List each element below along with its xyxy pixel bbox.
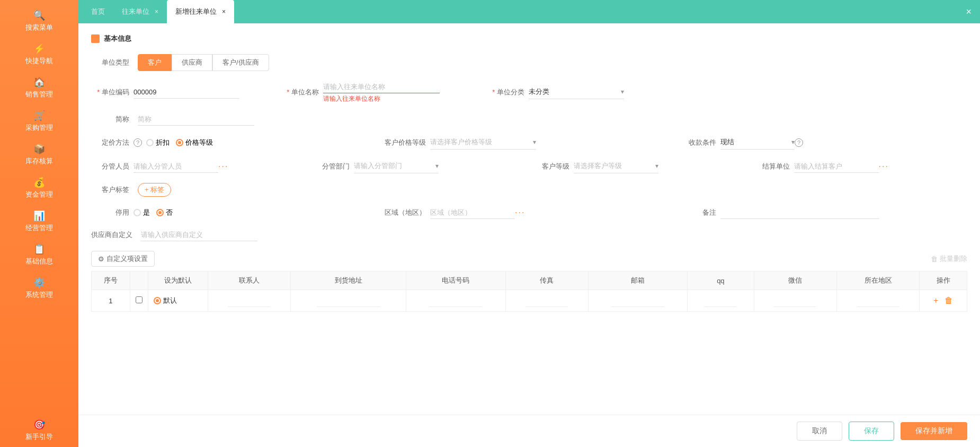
settlement-label: 结算单位	[752, 162, 794, 171]
sidebar-item-operations[interactable]: 📊 经营管理	[0, 205, 78, 238]
cancel-button[interactable]: 取消	[797, 422, 842, 441]
pricing-segment: 定价方法 ? 折扣 价格等级	[91, 138, 380, 147]
tab-bar-close-all[interactable]: ×	[961, 6, 976, 17]
address-input[interactable]	[317, 294, 380, 307]
main-area: 首页 往来单位 × 新增往来单位 × × 基本信息 单位类型 客户 供应商 客户…	[78, 0, 980, 447]
supplier-custom-input[interactable]	[141, 229, 257, 241]
unit-name-input[interactable]	[323, 81, 440, 93]
unit-type-supplier[interactable]: 供应商	[172, 54, 212, 71]
pricing-price-level[interactable]: 价格等级	[176, 138, 213, 147]
section-icon	[91, 34, 100, 43]
row-phone[interactable]	[406, 290, 505, 312]
unit-category-segment: 单位分类 未分类 ▾	[486, 85, 677, 99]
payment-select[interactable]: 现结 ▾	[720, 135, 795, 150]
sidebar-label-quick-nav: 快捷导航	[25, 56, 53, 66]
col-wechat: 微信	[754, 271, 836, 290]
unit-code-input[interactable]	[133, 86, 239, 99]
col-qq: qq	[688, 271, 754, 290]
tab-new-partner-close[interactable]: ×	[222, 8, 226, 15]
sidebar-item-purchase[interactable]: 🛒 采购管理	[0, 104, 78, 138]
tab-partners[interactable]: 往来单位 ×	[113, 0, 167, 23]
notes-input[interactable]	[720, 206, 879, 219]
tab-home[interactable]: 首页	[83, 0, 113, 23]
save-new-button[interactable]: 保存并新增	[901, 422, 967, 440]
unit-type-both[interactable]: 客户/供应商	[212, 54, 269, 71]
unit-category-select[interactable]: 未分类 ▾	[529, 85, 624, 99]
row-region[interactable]	[836, 290, 919, 312]
disabled-yes[interactable]: 是	[133, 208, 150, 217]
contact-input[interactable]	[228, 294, 270, 307]
tab-new-partner[interactable]: 新增往来单位 ×	[167, 0, 234, 23]
row-contact[interactable]	[208, 290, 290, 312]
fax-input[interactable]	[525, 294, 568, 307]
discount-radio[interactable]	[146, 139, 154, 146]
manager-segment: 分管人员 ···	[91, 160, 307, 173]
pricing-discount[interactable]: 折扣	[146, 138, 170, 147]
sidebar-item-sales[interactable]: 🏠 销售管理	[0, 71, 78, 104]
region-label: 区域（地区）	[385, 208, 430, 217]
email-input[interactable]	[611, 294, 664, 307]
row-email[interactable]	[588, 290, 687, 312]
row-qq[interactable]	[688, 290, 754, 312]
custom-settings-button[interactable]: ⚙ 自定义项设置	[91, 251, 155, 267]
sidebar-item-inventory[interactable]: 📦 库存核算	[0, 138, 78, 171]
price-level-radio[interactable]	[176, 139, 183, 146]
sidebar-item-guide[interactable]: 🎯 新手引导	[0, 414, 78, 447]
pricing-label: 定价方法	[91, 138, 133, 147]
unit-code-name-row: 单位编码 单位名称 请输入往来单位名称 单位分类 未分类 ▾	[91, 81, 967, 103]
pricing-row: 定价方法 ? 折扣 价格等级 客户价格等级 请选择客户价格等级	[91, 135, 967, 150]
supplier-custom-row: 供应商自定义	[91, 229, 967, 241]
manager-more[interactable]: ···	[218, 162, 228, 171]
payment-info-icon[interactable]: ?	[795, 138, 803, 147]
department-select[interactable]: 请输入分管部门 ▾	[354, 159, 439, 173]
settlement-more[interactable]: ···	[879, 162, 889, 171]
tag-label: 客户标签	[91, 185, 133, 195]
sidebar-item-finance[interactable]: 💰 资金管理	[0, 171, 78, 205]
wechat-input[interactable]	[774, 294, 816, 307]
tab-partners-label: 往来单位	[122, 7, 149, 16]
settlement-input[interactable]	[794, 160, 879, 173]
tab-partners-close[interactable]: ×	[155, 8, 158, 15]
region-more[interactable]: ···	[515, 208, 525, 217]
save-button[interactable]: 保存	[849, 422, 894, 441]
sidebar-item-search[interactable]: 🔍 搜索菜单	[0, 4, 78, 38]
tags-row: 客户标签 + 标签	[91, 183, 967, 197]
row-wechat[interactable]	[754, 290, 836, 312]
customer-level-select[interactable]: 请选择客户等级 ▾	[574, 159, 658, 173]
default-radio[interactable]	[154, 297, 161, 304]
disabled-row: 停用 是 否 区域（地区） ···	[91, 206, 967, 219]
sidebar-item-quick-nav[interactable]: ⚡ 快捷导航	[0, 38, 78, 71]
payment-arrow: ▾	[787, 138, 795, 146]
default-radio-item[interactable]: 默认	[154, 296, 202, 305]
tag-add-button[interactable]: + 标签	[138, 183, 171, 197]
contact-table: 序号 设为默认 联系人 到货地址 电话号码 传真 邮箱 qq 微信 所在地区 操…	[91, 271, 967, 312]
box-icon: 📦	[33, 143, 45, 155]
unit-type-customer[interactable]: 客户	[138, 54, 172, 71]
region-input[interactable]	[430, 206, 515, 219]
customer-price-label: 客户价格等级	[385, 138, 430, 147]
row-delete-button[interactable]: 🗑	[945, 296, 953, 305]
sidebar-item-basic-info[interactable]: 📋 基础信息	[0, 238, 78, 271]
content-area: 基本信息 单位类型 客户 供应商 客户/供应商 单位编码 单位名称	[78, 23, 980, 415]
yes-radio[interactable]	[133, 209, 141, 216]
row-add-button[interactable]: +	[933, 296, 938, 305]
region-input-table[interactable]	[857, 294, 899, 307]
pricing-info-icon[interactable]: ?	[133, 138, 142, 147]
sidebar-item-system[interactable]: ⚙️ 系统管理	[0, 271, 78, 305]
col-default: 设为默认	[148, 271, 208, 290]
manager-input[interactable]	[133, 160, 218, 173]
disabled-no[interactable]: 否	[156, 208, 173, 217]
customer-level-placeholder: 请选择客户等级	[574, 161, 622, 171]
phone-input[interactable]	[429, 294, 482, 307]
footer: 取消 保存 保存并新增	[78, 415, 980, 447]
row-fax[interactable]	[505, 290, 588, 312]
customer-price-select[interactable]: 请选择客户价格等级 ▾	[430, 135, 536, 150]
row-checkbox[interactable]	[136, 296, 142, 303]
short-name-input[interactable]	[138, 113, 254, 126]
sidebar-label-operations: 经营管理	[25, 223, 53, 233]
qq-input[interactable]	[705, 294, 736, 307]
sidebar-label-inventory: 库存核算	[25, 156, 53, 166]
batch-delete-button[interactable]: 🗑 批量删除	[931, 254, 967, 264]
row-address[interactable]	[291, 290, 406, 312]
no-radio[interactable]	[156, 209, 164, 216]
